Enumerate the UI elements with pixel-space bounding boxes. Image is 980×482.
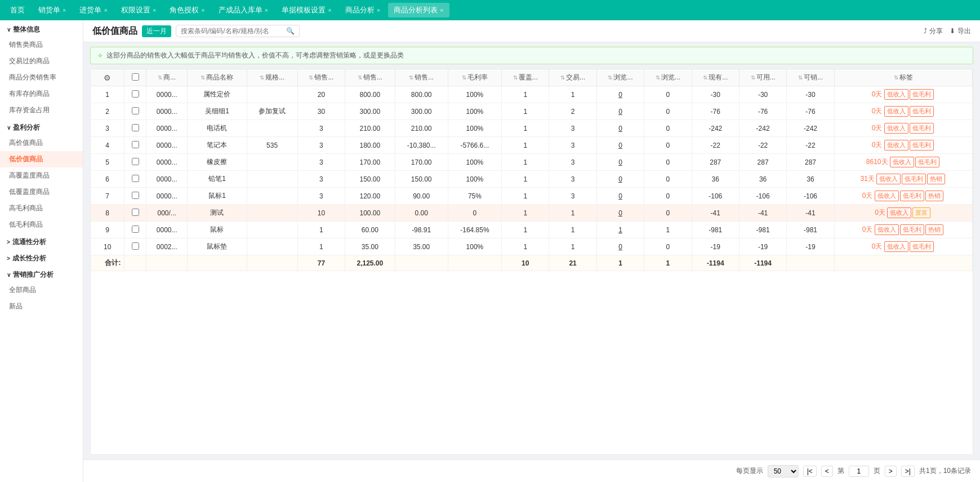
page-size-select[interactable]: 50100200 [768, 465, 799, 477]
col-header-16[interactable]: ⇅标签 [834, 69, 972, 86]
sidebar-group-整体信息[interactable]: ∨整体信息 [0, 20, 83, 37]
sidebar-item-全部商品[interactable]: 全部商品 [0, 282, 83, 298]
sidebar-item-商品分类销售率[interactable]: 商品分类销售率 [0, 69, 83, 86]
page-number-input[interactable] [849, 466, 869, 477]
col-header-10[interactable]: ⇅交易... [549, 69, 596, 86]
sum-row: 合计:772,125.00102111-1194-1194 [91, 255, 973, 271]
col-header-9[interactable]: ⇅覆盖... [502, 69, 549, 86]
page-label: 第 [838, 466, 844, 476]
row-checkbox[interactable] [132, 90, 139, 98]
cell-5: 1 [297, 222, 345, 238]
browse1-link[interactable]: 1 [618, 226, 622, 234]
sidebar-group-盈利分析[interactable]: ∨盈利分析 [0, 118, 83, 135]
day-badge: 0天 [872, 124, 883, 132]
first-page-btn[interactable]: |< [803, 466, 817, 477]
sidebar-item-高覆盖度商品[interactable]: 高覆盖度商品 [0, 167, 83, 184]
cell-10: 3 [549, 120, 596, 137]
nav-item-权限设置[interactable]: 权限设置× [115, 3, 162, 17]
nav-close-icon[interactable]: × [377, 7, 380, 14]
cell-16: 0天 低收入低毛利 [834, 238, 972, 255]
browse1-link[interactable]: 0 [618, 108, 622, 116]
nav-item-角色授权[interactable]: 角色授权× [164, 3, 210, 17]
col-header-12[interactable]: ⇅浏览... [644, 69, 692, 86]
nav-item-商品分析[interactable]: 商品分析× [340, 3, 386, 17]
browse1-link[interactable]: 0 [618, 209, 622, 217]
cell-15: -19 [787, 238, 834, 255]
sidebar-item-高毛利商品[interactable]: 高毛利商品 [0, 200, 83, 216]
cell-0: 7 [91, 188, 124, 205]
row-checkbox[interactable] [132, 209, 139, 216]
sidebar-item-高价值商品[interactable]: 高价值商品 [0, 135, 83, 151]
browse1-link[interactable]: 0 [618, 243, 622, 251]
nav-close-icon[interactable]: × [153, 7, 156, 14]
last-page-btn[interactable]: >| [901, 466, 915, 477]
nav-close-icon[interactable]: × [104, 7, 107, 14]
sidebar-item-库存资金占用[interactable]: 库存资金占用 [0, 102, 83, 118]
col-header-2[interactable]: ⇅商... [146, 69, 188, 86]
nav-close-icon[interactable]: × [63, 7, 66, 14]
col-header-7[interactable]: ⇅销售... [395, 69, 448, 86]
row-checkbox[interactable] [132, 107, 139, 114]
browse1-link[interactable]: 0 [618, 192, 622, 200]
share-btn[interactable]: ⤴ 分享 [924, 26, 943, 36]
browse1-link[interactable]: 0 [618, 91, 622, 99]
time-filter-btn[interactable]: 近一月 [142, 25, 171, 37]
sidebar-item-交易过的商品[interactable]: 交易过的商品 [0, 53, 83, 69]
sidebar-item-低毛利商品[interactable]: 低毛利商品 [0, 216, 83, 233]
col-header-14[interactable]: ⇅可用... [739, 69, 786, 86]
row-checkbox[interactable] [132, 141, 139, 148]
sidebar-item-销售类商品[interactable]: 销售类商品 [0, 37, 83, 53]
browse1-link[interactable]: 0 [618, 175, 622, 183]
col-header-0[interactable]: ⚙ [91, 69, 124, 86]
tag-badge-低收入: 低收入 [884, 89, 908, 100]
col-header-8[interactable]: ⇅毛利率 [448, 69, 501, 86]
sidebar-group-流通性分析[interactable]: >流通性分析 [0, 233, 83, 249]
search-input[interactable] [181, 27, 284, 35]
nav-item-单据模板设置[interactable]: 单据模板设置× [276, 3, 337, 17]
sum-cell-16 [834, 255, 972, 271]
gear-icon[interactable]: ⚙ [104, 73, 111, 82]
nav-item-产成品入库单[interactable]: 产成品入库单× [213, 3, 274, 17]
cell-12: 0 [644, 238, 692, 255]
nav-item-进货单[interactable]: 进货单× [74, 3, 113, 17]
next-page-btn[interactable]: > [885, 466, 897, 477]
row-checkbox[interactable] [132, 225, 139, 233]
sidebar-item-低覆盖度商品[interactable]: 低覆盖度商品 [0, 184, 83, 200]
col-header-4[interactable]: ⇅规格... [247, 69, 297, 86]
cell-8: 100% [448, 154, 501, 171]
select-all-checkbox[interactable] [132, 73, 139, 81]
sidebar-group-营销推广分析[interactable]: ∨营销推广分析 [0, 266, 83, 282]
export-btn[interactable]: ⬇ 导出 [950, 26, 971, 36]
row-checkbox[interactable] [132, 242, 139, 250]
col-header-3[interactable]: ⇅商品名称 [188, 69, 247, 86]
nav-item-首页[interactable]: 首页 [5, 3, 30, 17]
col-header-13[interactable]: ⇅现有... [692, 69, 739, 86]
row-checkbox[interactable] [132, 175, 139, 182]
col-header-15[interactable]: ⇅可销... [787, 69, 834, 86]
col-header-6[interactable]: ⇅销售... [345, 69, 395, 86]
col-header-11[interactable]: ⇅浏览... [596, 69, 644, 86]
sidebar-item-有库存的商品[interactable]: 有库存的商品 [0, 86, 83, 102]
nav-close-icon[interactable]: × [328, 7, 331, 14]
browse1-link[interactable]: 0 [618, 125, 622, 132]
nav-close-icon[interactable]: × [265, 7, 268, 14]
cell-14: -106 [739, 188, 786, 205]
nav-item-销货单[interactable]: 销货单× [33, 3, 72, 17]
row-checkbox[interactable] [132, 192, 139, 199]
search-icon[interactable]: 🔍 [286, 27, 295, 35]
col-header-5[interactable]: ⇅销售... [297, 69, 345, 86]
sidebar-item-新品[interactable]: 新品 [0, 298, 83, 315]
nav-close-icon[interactable]: × [440, 7, 443, 14]
cell-2: 0000... [146, 171, 188, 188]
sidebar-item-低价值商品[interactable]: 低价值商品 [0, 151, 83, 167]
row-checkbox[interactable] [132, 124, 139, 131]
chevron-icon: ∨ [7, 26, 11, 33]
cell-5: 3 [297, 171, 345, 188]
prev-page-btn[interactable]: < [821, 466, 833, 477]
row-checkbox[interactable] [132, 158, 139, 165]
browse1-link[interactable]: 0 [618, 158, 622, 166]
browse1-link[interactable]: 0 [618, 141, 622, 149]
sidebar-group-成长性分析[interactable]: >成长性分析 [0, 249, 83, 266]
nav-close-icon[interactable]: × [201, 7, 204, 14]
nav-item-商品分析列表[interactable]: 商品分析列表× [388, 3, 449, 17]
